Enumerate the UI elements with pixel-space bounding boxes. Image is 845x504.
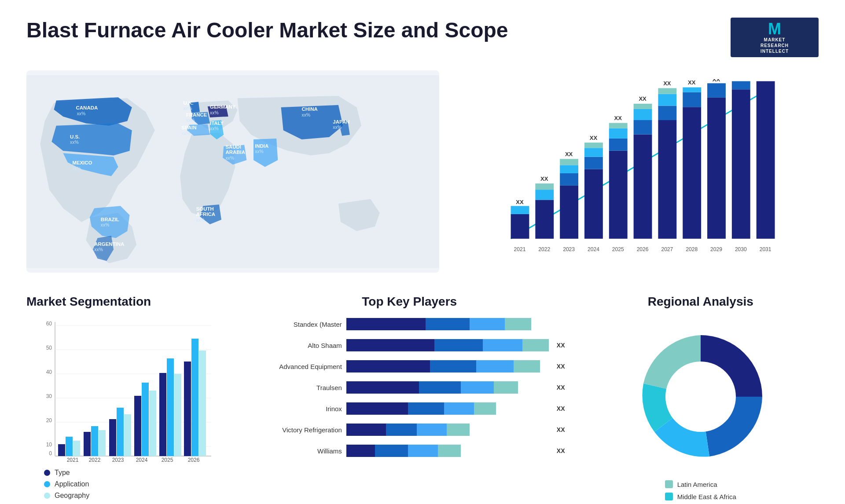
svg-rect-112 xyxy=(199,351,206,456)
legend-geography-label: Geography xyxy=(55,492,89,500)
china-label: CHINA xyxy=(301,106,317,112)
players-title: Top Key Players xyxy=(254,295,565,309)
player-bar-victory xyxy=(346,423,549,436)
player-val-advanced: XX xyxy=(557,363,565,370)
svg-rect-30 xyxy=(560,173,578,186)
svg-rect-60 xyxy=(683,92,701,107)
player-val-alto: XX xyxy=(557,342,565,349)
segmentation-title: Market Segmentation xyxy=(26,295,236,309)
svg-rect-32 xyxy=(560,159,578,165)
player-bar-williams xyxy=(346,444,549,457)
player-name-standex: Standex (Master xyxy=(254,321,342,328)
mexico-label: MEXICO xyxy=(72,160,92,165)
svg-text:xx%: xx% xyxy=(196,218,205,223)
player-val-williams: XX xyxy=(557,447,565,454)
svg-text:2027: 2027 xyxy=(661,246,673,252)
donut-chart-svg xyxy=(630,326,771,467)
page-title: Blast Furnace Air Cooler Market Size and… xyxy=(26,18,508,43)
svg-text:xx%: xx% xyxy=(70,140,79,145)
reg-label-mea: Middle East & Africa xyxy=(677,493,736,500)
svg-text:XX: XX xyxy=(540,175,548,182)
svg-text:XX: XX xyxy=(590,135,598,141)
svg-text:2031: 2031 xyxy=(760,246,772,252)
svg-text:2025: 2025 xyxy=(612,246,624,252)
germany-label: GERMANY xyxy=(210,104,236,110)
italy-label: ITALY xyxy=(210,121,224,126)
svg-rect-106 xyxy=(159,373,166,456)
svg-rect-61 xyxy=(683,88,701,92)
svg-rect-26 xyxy=(536,183,554,190)
svg-rect-107 xyxy=(167,358,174,456)
svg-text:2023: 2023 xyxy=(563,246,575,252)
player-row-advanced: Advanced Equipment XX xyxy=(254,360,565,373)
svg-text:30: 30 xyxy=(46,393,52,399)
brazil-label: BRAZIL xyxy=(101,217,119,222)
svg-text:ARABIA: ARABIA xyxy=(225,150,245,155)
svg-text:XX: XX xyxy=(737,79,745,80)
svg-rect-90 xyxy=(58,444,65,456)
canada-label: CANADA xyxy=(76,105,98,110)
svg-text:2022: 2022 xyxy=(89,457,101,463)
svg-rect-47 xyxy=(634,135,652,239)
svg-text:2030: 2030 xyxy=(735,246,747,252)
svg-rect-29 xyxy=(560,186,578,239)
svg-text:XX: XX xyxy=(516,199,524,205)
players-panel: Top Key Players Standex (Master xyxy=(254,295,565,504)
svg-text:60: 60 xyxy=(46,321,52,327)
svg-text:XX: XX xyxy=(565,151,573,157)
svg-rect-69 xyxy=(732,81,750,90)
svg-rect-55 xyxy=(658,94,677,106)
svg-rect-43 xyxy=(609,128,628,139)
argentina-label: ARGENTINA xyxy=(94,241,124,247)
svg-text:XX: XX xyxy=(639,95,647,102)
svg-rect-56 xyxy=(658,88,677,94)
segmentation-legend: Type Application Geography xyxy=(44,469,236,500)
svg-text:XX: XX xyxy=(762,79,770,80)
svg-text:XX: XX xyxy=(663,80,671,87)
bottom-section: Market Segmentation 60 50 40 30 20 10 0 xyxy=(26,295,819,504)
player-val-irinox: XX xyxy=(557,405,565,412)
svg-rect-100 xyxy=(124,414,131,456)
svg-rect-98 xyxy=(109,419,116,456)
svg-rect-72 xyxy=(757,81,775,239)
svg-text:xx%: xx% xyxy=(101,223,110,227)
uk-label: U.K. xyxy=(184,100,194,106)
player-row-williams: Williams XX xyxy=(254,444,565,457)
svg-rect-99 xyxy=(117,408,124,456)
player-bar-traulsen xyxy=(346,381,549,394)
player-row-traulsen: Traulsen XX xyxy=(254,381,565,394)
regional-legend: Latin America Middle East & Africa Asia … xyxy=(665,480,736,504)
svg-text:2029: 2029 xyxy=(710,246,722,252)
logo-letter: M xyxy=(768,21,781,37)
svg-rect-21 xyxy=(511,206,529,214)
svg-rect-104 xyxy=(149,391,156,456)
svg-rect-68 xyxy=(732,89,750,239)
legend-type: Type xyxy=(44,469,236,477)
svg-text:xx%: xx% xyxy=(186,118,195,123)
svg-text:40: 40 xyxy=(46,369,52,375)
players-chart: Standex (Master Alto Shaam xyxy=(254,318,565,457)
svg-text:xx%: xx% xyxy=(255,149,264,154)
svg-text:2024: 2024 xyxy=(588,246,599,252)
svg-text:xx%: xx% xyxy=(210,126,219,131)
svg-text:xx%: xx% xyxy=(210,110,219,115)
segmentation-panel: Market Segmentation 60 50 40 30 20 10 0 xyxy=(26,295,236,504)
svg-rect-108 xyxy=(174,374,181,456)
svg-text:2024: 2024 xyxy=(136,457,148,463)
player-val-traulsen: XX xyxy=(557,384,565,391)
svg-rect-38 xyxy=(584,142,603,148)
reg-legend-latin: Latin America xyxy=(665,480,736,488)
logo-text: MARKET RESEARCH INTELLECT xyxy=(760,37,789,54)
player-name-victory: Victory Refrigeration xyxy=(254,426,342,434)
player-name-traulsen: Traulsen xyxy=(254,384,342,391)
player-row-standex: Standex (Master xyxy=(254,318,565,331)
spain-label: SPAIN xyxy=(181,125,196,130)
reg-color-mea xyxy=(665,493,673,500)
svg-rect-24 xyxy=(536,200,554,238)
growth-chart-svg: XX 2021 XX 2022 XX 2023 xyxy=(466,79,810,255)
svg-rect-53 xyxy=(658,120,677,239)
svg-rect-64 xyxy=(707,98,726,239)
svg-rect-35 xyxy=(584,169,603,239)
svg-rect-54 xyxy=(658,106,677,120)
svg-text:xx%: xx% xyxy=(72,166,81,171)
